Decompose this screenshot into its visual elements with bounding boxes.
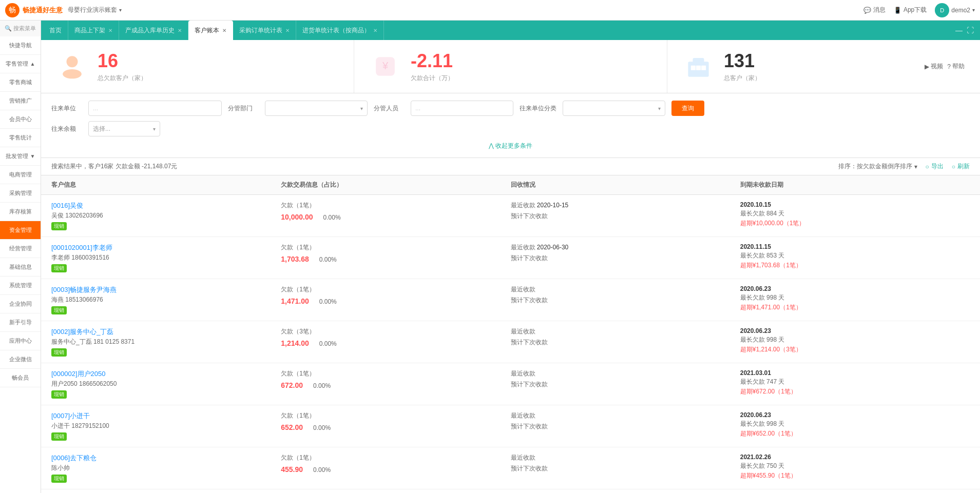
customer-name-link[interactable]: [0001020001]李老师 [51,243,281,252]
tab-import-stats[interactable]: 进货单统计表（按商品） ✕ [296,21,384,40]
balance-select[interactable]: 选择... ▾ [88,121,160,136]
collection-info: 最近收款 2020-10-15 [511,201,740,210]
customer-name-link[interactable]: [0007]小迸干 [51,411,281,421]
overdue-link[interactable]: 超期¥1,471.00（1笔） [740,304,802,311]
message-btn[interactable]: 💬 消息 [863,6,886,14]
tab-products-off[interactable]: 商品上下架 ✕ [68,21,119,40]
tab-product-history[interactable]: 产成品入库单历史 ✕ [119,21,188,40]
overdue-link[interactable]: 超期¥1,214.00（3笔） [740,346,802,353]
collection-info: 最近收款 2020-06-30 [511,243,740,252]
overdue-link[interactable]: 超期¥672.00（1笔） [740,388,797,395]
due-cell: 2021.02.26 最长欠款 750 天 超期¥455.90（1笔） [740,453,970,480]
tabs-actions: — ⛶ [951,26,978,34]
sidebar-item-app-center[interactable]: 应用中心 [0,332,41,350]
industry-select[interactable]: 母婴行业演示账套 ▾ [68,6,122,14]
filter-collapse[interactable]: ⋀ 收起更多条件 [51,142,970,150]
person-input[interactable]: ... [411,101,513,116]
collection-cell: 最近收款 预计下次收款 [511,453,740,473]
sidebar-item-operations[interactable]: 经营管理 [0,240,41,258]
logo-area: 畅 畅捷通好生意 [5,3,63,17]
dept-select[interactable]: ▾ [265,101,368,116]
sidebar-item-retail-store[interactable]: 零售商城 [0,73,41,92]
help-btn[interactable]: ? 帮助 [947,62,965,71]
app-download-btn[interactable]: 📱 App下载 [894,6,927,14]
sidebar-item-label: 企业协同 [9,300,32,308]
sidebar-item-vip[interactable]: 畅会员 [0,369,41,387]
cash-tag: 现销 [51,390,67,399]
supplier-input[interactable]: ... [88,101,222,116]
minimize-icon[interactable]: — [955,26,963,34]
category-select[interactable]: ▾ [563,101,665,116]
tab-purchase-stats[interactable]: 采购订单统计表 ✕ [233,21,296,40]
customer-name-link[interactable]: [0016]吴俊 [51,201,281,210]
tab-close-icon[interactable]: ✕ [108,28,112,33]
refresh-label: 刷新 [957,162,970,171]
sidebar-item-newcomer[interactable]: 新手引导 [0,313,41,332]
tab-close-icon[interactable]: ✕ [373,28,377,33]
sidebar-item-quick-nav[interactable]: 快捷导航 [0,36,41,55]
sidebar-item-finance[interactable]: 资金管理 [0,221,41,240]
table-row: [0002]服务中心_丁磊 服务中心_丁磊 181 0125 8371 现销 欠… [41,321,980,363]
export-btn[interactable]: ○ 导出 [926,162,944,171]
sidebar-item-ecommerce[interactable]: 电商管理 [0,166,41,184]
stat-debt-amount: ¥ -2.11 欠款合计（万） [354,40,667,93]
tab-customer-account[interactable]: 客户账本 ✕ [188,21,233,40]
stat-icon-total [683,51,714,82]
tab-close-icon[interactable]: ✕ [285,28,290,33]
col-due-date: 到期未收款日期 [740,181,970,189]
sidebar-item-wecom[interactable]: 企业微信 [0,350,41,369]
debt-count: 欠款（1笔） [281,285,510,294]
tab-home[interactable]: 首页 [43,21,68,40]
sidebar-item-system[interactable]: 系统管理 [0,277,41,295]
customer-name-link[interactable]: [0002]服务中心_丁磊 [51,327,281,337]
debt-cell: 欠款（3笔） 1,214.00 0.00% [281,327,510,347]
overdue-date: 2020.10.15 [740,201,970,208]
overdue-link[interactable]: 超期¥652.00（1笔） [740,430,797,437]
sidebar-item-retail-mgmt[interactable]: 零售管理 ▲ [0,55,41,73]
customer-name-link[interactable]: [000002]用户2050 [51,369,281,379]
collapse-icon: ⋀ [489,142,494,149]
tab-close-icon[interactable]: ✕ [222,28,226,33]
sidebar-item-marketing[interactable]: 营销推广 [0,92,41,110]
sidebar-item-inventory[interactable]: 库存核算 [0,203,41,221]
sidebar: 🔍 搜索菜单 快捷导航 零售管理 ▲ 零售商城 营销推广 会员中心 [0,21,41,493]
user-menu[interactable]: D demo2 ▾ [935,3,975,17]
overdue-days: 最长欠款 998 天 [740,420,970,428]
sidebar-item-batch-mgmt[interactable]: 批发管理 ▼ [0,147,41,166]
category-label: 往来单位分类 [520,104,556,113]
due-cell: 2021.03.01 最长欠款 747 天 超期¥672.00（1笔） [740,369,970,396]
collection-cell: 最近收款 2020-10-15 预计下次收款 [511,201,740,221]
overdue-date: 2020.11.15 [740,243,970,250]
tab-products-off-label: 商品上下架 [74,26,105,35]
chevron-down-icon: ▾ [119,7,122,13]
sidebar-item-label: 应用中心 [9,337,32,345]
query-button[interactable]: 查询 [671,101,704,116]
sort-selector[interactable]: 排序：按欠款金额倒序排序 ▾ [838,162,917,171]
overdue-link[interactable]: 超期¥10,000.00（1笔） [740,220,805,227]
video-btn[interactable]: ▶ 视频 [925,62,943,71]
overdue-link[interactable]: 超期¥455.90（1笔） [740,472,797,479]
sidebar-item-enterprise[interactable]: 企业协同 [0,295,41,313]
due-cell: 2020.06.23 最长欠款 998 天 超期¥652.00（1笔） [740,411,970,438]
overdue-link[interactable]: 超期¥1,703.68（1笔） [740,262,802,269]
person-dots: ... [415,105,420,112]
col-debt-info: 欠款交易信息（占比） [281,181,510,189]
customer-name-link[interactable]: [0006]去下粮仓 [51,453,281,463]
sidebar-item-member[interactable]: 会员中心 [0,110,41,129]
maximize-icon[interactable]: ⛶ [967,26,974,34]
tab-product-history-label: 产成品入库单历史 [125,26,175,35]
refresh-btn[interactable]: ○ 刷新 [952,162,970,171]
sidebar-item-retail-stats[interactable]: 零售统计 [0,129,41,147]
customer-cell: [0002]服务中心_丁磊 服务中心_丁磊 181 0125 8371 现销 [51,327,281,357]
app-download-label: App下载 [904,6,927,14]
tab-purchase-stats-label: 采购订单统计表 [239,26,282,35]
sidebar-search[interactable]: 🔍 搜索菜单 [0,21,41,36]
sidebar-item-purchase[interactable]: 采购管理 [0,184,41,203]
sidebar-item-basic-info[interactable]: 基础信息 [0,258,41,277]
tab-close-icon[interactable]: ✕ [178,28,182,33]
svg-rect-8 [701,66,706,70]
overdue-days: 最长欠款 853 天 [740,251,970,260]
debt-count: 欠款（1笔） [281,453,510,462]
cash-tag: 现销 [51,222,67,230]
customer-name-link[interactable]: [0003]畅捷服务尹海燕 [51,285,281,294]
